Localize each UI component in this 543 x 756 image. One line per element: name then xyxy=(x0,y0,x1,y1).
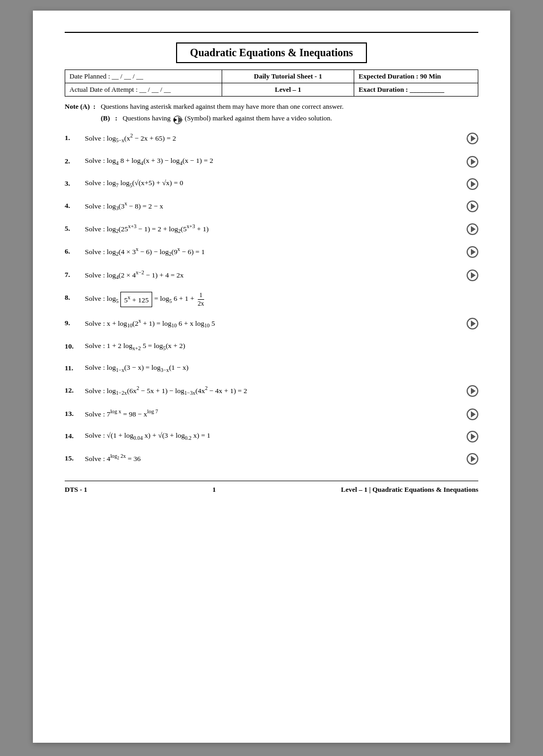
q10-number: 10. xyxy=(65,340,85,352)
question-15: 15. Solve : 4log2 2x = 36 xyxy=(65,452,478,465)
header-table: Date Planned : __ / __ / __ Daily Tutori… xyxy=(65,69,478,97)
question-3: 3. Solve : log7 log5(√(x+5) + √x) = 0 xyxy=(65,177,478,190)
q3-content: Solve : log7 log5(√(x+5) + √x) = 0 xyxy=(85,177,460,190)
q2-video-icon xyxy=(460,155,478,168)
q9-content: Solve : x + log10(2x + 1) = log10 6 + x … xyxy=(85,317,460,330)
exact-duration-blank: __________ xyxy=(410,85,444,93)
q8-content: Solve : log5 5x + 125 = log5 6 + 1 + 1 2… xyxy=(85,291,460,307)
footer-center: 1 xyxy=(213,485,216,494)
worksheet-title: Quadratic Equations & Inequations xyxy=(176,42,366,63)
q15-content: Solve : 4log2 2x = 36 xyxy=(85,452,460,464)
expected-duration-label: Expected Duration : 90 Min xyxy=(358,72,441,80)
note-b: (B) : Questions having (Symbol) marked a… xyxy=(65,112,478,124)
date-planned-cell: Date Planned : __ / __ / __ xyxy=(65,70,222,83)
actual-date-cell: Actual Date of Attempt : __ / __ / __ xyxy=(65,83,222,97)
question-2: 2. Solve : log4 8 + log4(x + 3) − log4(x… xyxy=(65,155,478,168)
q9-video-icon xyxy=(460,317,478,329)
q11-content: Solve : log1−x(3 − x) = log3−x(1 − x) xyxy=(85,362,460,375)
question-9: 9. Solve : x + log10(2x + 1) = log10 6 +… xyxy=(65,317,478,330)
sheet-label-cell: Daily Tutorial Sheet - 1 xyxy=(222,70,354,83)
q14-number: 14. xyxy=(65,430,85,442)
q6-video-icon xyxy=(460,245,478,258)
q3-number: 3. xyxy=(65,177,85,189)
date-planned-value: __ / __ / __ xyxy=(112,72,143,80)
expected-duration-cell: Expected Duration : 90 Min xyxy=(354,70,478,83)
worksheet-page: Quadratic Equations & Inequations Date P… xyxy=(33,11,510,743)
actual-date-value: __ / __ / __ xyxy=(139,85,171,93)
footer: DTS - 1 1 Level – 1 | Quadratic Equation… xyxy=(65,481,478,494)
q12-content: Solve : log1−2x(6x2 − 5x + 1) − log1−3x(… xyxy=(85,384,460,397)
q15-video-icon xyxy=(460,452,478,465)
q13-content: Solve : 7log x = 98 − xlog 7 xyxy=(85,407,460,420)
question-5: 5. Solve : log2(25x+3 − 1) = 2 + log2(5x… xyxy=(65,222,478,236)
questions-list: 1. Solve : log5−x(x2 − 2x + 65) = 2 2. S… xyxy=(65,132,478,465)
q8-number: 8. xyxy=(65,291,85,303)
question-6: 6. Solve : log2(4 × 3x − 6) − log2(9x − … xyxy=(65,245,478,258)
level-cell: Level – 1 xyxy=(222,83,354,97)
q4-video-icon xyxy=(460,199,478,212)
q9-number: 9. xyxy=(65,317,85,329)
q4-number: 4. xyxy=(65,199,85,212)
question-13: 13. Solve : 7log x = 98 − xlog 7 xyxy=(65,407,478,420)
exact-duration-cell: Exact Duration : __________ xyxy=(354,83,478,97)
q5-video-icon xyxy=(460,222,478,235)
q2-number: 2. xyxy=(65,155,85,167)
q7-content: Solve : log4(2 × 4x−2 − 1) + 4 = 2x xyxy=(85,268,460,282)
footer-left: DTS - 1 xyxy=(65,485,87,494)
top-divider xyxy=(65,32,478,33)
question-8: 8. Solve : log5 5x + 125 = log5 6 + 1 + … xyxy=(65,291,478,307)
footer-right: Level – 1 | Quadratic Equations & Inequa… xyxy=(341,485,478,494)
q12-video-icon xyxy=(460,384,478,397)
exact-duration-label: Exact Duration : xyxy=(358,85,408,93)
q3-video-icon xyxy=(460,177,478,190)
question-1: 1. Solve : log5−x(x2 − 2x + 65) = 2 xyxy=(65,132,478,145)
q11-number: 11. xyxy=(65,362,85,374)
question-4: 4. Solve : log3(3x − 8) = 2 − x xyxy=(65,199,478,213)
q10-no-icon xyxy=(460,340,478,341)
q1-content: Solve : log5−x(x2 − 2x + 65) = 2 xyxy=(85,132,460,145)
q5-content: Solve : log2(25x+3 − 1) = 2 + log2(5x+3 … xyxy=(85,222,460,236)
q10-content: Solve : 1 + 2 logx+2 5 = log5(x + 2) xyxy=(85,340,460,353)
q14-video-icon xyxy=(460,430,478,442)
q13-number: 13. xyxy=(65,407,85,420)
q2-content: Solve : log4 8 + log4(x + 3) − log4(x − … xyxy=(85,155,460,168)
q5-number: 5. xyxy=(65,222,85,234)
date-planned-label: Date Planned : xyxy=(69,72,110,80)
level-label: Level – 1 xyxy=(275,85,301,93)
note-a: Note (A) : Questions having asterisk mar… xyxy=(65,101,478,112)
q7-number: 7. xyxy=(65,268,85,281)
q4-content: Solve : log3(3x − 8) = 2 − x xyxy=(85,199,460,213)
question-7: 7. Solve : log4(2 × 4x−2 − 1) + 4 = 2x xyxy=(65,268,478,282)
question-11: 11. Solve : log1−x(3 − x) = log3−x(1 − x… xyxy=(65,362,478,375)
sheet-label: Daily Tutorial Sheet - 1 xyxy=(254,72,322,80)
q15-number: 15. xyxy=(65,452,85,464)
q8-no-icon xyxy=(460,291,478,292)
q7-video-icon xyxy=(460,268,478,281)
q14-content: Solve : √(1 + log0.04 x) + √(3 + log0.2 … xyxy=(85,430,460,442)
q1-number: 1. xyxy=(65,132,85,144)
notes-section: Note (A) : Questions having asterisk mar… xyxy=(65,101,478,124)
question-10: 10. Solve : 1 + 2 logx+2 5 = log5(x + 2) xyxy=(65,340,478,353)
q12-number: 12. xyxy=(65,384,85,396)
q13-video-icon xyxy=(460,407,478,420)
actual-date-label: Actual Date of Attempt : xyxy=(69,85,138,93)
q11-no-icon xyxy=(460,362,478,363)
q6-number: 6. xyxy=(65,245,85,257)
q6-content: Solve : log2(4 × 3x − 6) − log2(9x − 6) … xyxy=(85,245,460,258)
question-12: 12. Solve : log1−2x(6x2 − 5x + 1) − log1… xyxy=(65,384,478,397)
q1-video-icon xyxy=(460,132,478,144)
question-14: 14. Solve : √(1 + log0.04 x) + √(3 + log… xyxy=(65,430,478,442)
